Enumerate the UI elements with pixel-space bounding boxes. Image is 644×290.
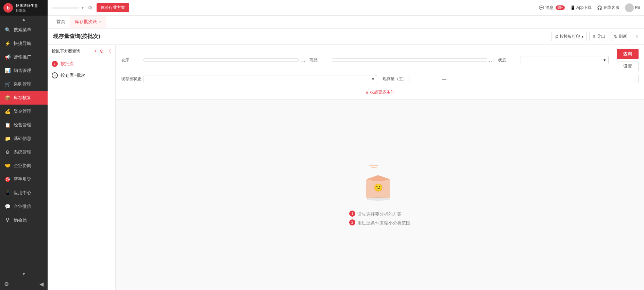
- header-actions: 🖨 按模板打印 ▾ ⬆ 导出 ↻ 刷新 ×: [551, 32, 639, 41]
- sidebar-item-sales[interactable]: 📊 销售管理: [0, 64, 48, 77]
- refresh-icon: ↻: [614, 34, 617, 39]
- query-button[interactable]: 查询: [617, 49, 639, 59]
- footer-collapse-icon[interactable]: ◀: [39, 281, 44, 287]
- stock-status-label: 现存量状态: [121, 76, 141, 82]
- sidebar-item-app-center[interactable]: 📱 应用中心: [0, 186, 48, 200]
- sidebar-footer: ⚙ ◀: [0, 278, 48, 290]
- breadcrumb-chevron-icon[interactable]: ▾: [82, 5, 84, 10]
- tip-row-2: 2 用过滤条件来缩小分析范围: [349, 219, 410, 228]
- status-label: 状态: [498, 57, 519, 63]
- stock-status-filter: 现存量状态 ▾: [121, 75, 377, 83]
- sidebar-scroll-up[interactable]: ▲: [0, 16, 48, 23]
- scheme-label: 按仓库+批次: [61, 72, 85, 78]
- sidebar-scroll-down[interactable]: ▼: [0, 270, 48, 278]
- scheme-item-batch[interactable]: ● 按批次: [48, 58, 115, 70]
- online-service-button[interactable]: 🎧 在线客服: [597, 5, 620, 11]
- stock-qty-filter: 现存量（主） —: [383, 75, 639, 83]
- tab-inventory-batch[interactable]: 库存批次账 ×: [70, 16, 106, 28]
- content-tabs: 首页 库存批次账 ×: [48, 16, 644, 29]
- sidebar-item-enterprise[interactable]: 🤝 企业协同: [0, 159, 48, 173]
- scheme-inactive-icon: ○: [52, 72, 58, 78]
- panel-header-actions: + ⊙ 《: [94, 48, 111, 54]
- stock-qty-max-input[interactable]: [449, 77, 476, 81]
- scheme-settings-icon[interactable]: ⊙: [100, 48, 104, 54]
- tab-close-icon[interactable]: ×: [99, 19, 101, 24]
- sidebar-item-marketing[interactable]: 📢 营销推广: [0, 50, 48, 64]
- sidebar-item-basic-info[interactable]: 📁 基础信息: [0, 132, 48, 145]
- product-input-box[interactable]: [332, 58, 487, 62]
- purchase-icon: 🛒: [4, 81, 11, 88]
- tab-home[interactable]: 首页: [52, 16, 70, 28]
- stock-status-select[interactable]: ▾: [143, 75, 377, 83]
- sidebar-item-label: 库存核算: [14, 95, 31, 101]
- product-filter: 商品 …: [309, 57, 494, 63]
- right-panel: 仓库 … 商品 … 状态: [116, 45, 644, 290]
- tip-text-1: 请先选择要分析的方案: [357, 210, 402, 219]
- warehouse-label: 仓库: [121, 57, 141, 63]
- scheme-active-icon: ●: [52, 61, 58, 67]
- app-center-icon: 📱: [4, 189, 11, 196]
- new-guide-icon: 🎯: [4, 176, 11, 183]
- sidebar-item-label: 企业微信: [14, 203, 31, 210]
- sidebar-item-finance[interactable]: 💰 资金管理: [0, 105, 48, 118]
- close-panel-button[interactable]: ×: [635, 34, 639, 40]
- app-download-button[interactable]: 📱 App下载: [570, 5, 592, 11]
- tip-num-2: 2: [349, 219, 355, 225]
- header-right: 💬 消息 99+ 📱 App下载 🎧 在线客服 Rit: [539, 3, 640, 12]
- empty-illustration: 😕: [359, 162, 400, 203]
- app-name-block: 畅康通好生意 标准版: [16, 3, 38, 12]
- footer-settings-icon[interactable]: ⚙: [4, 281, 9, 287]
- status-select[interactable]: ▾: [521, 56, 609, 64]
- sidebar-item-enterprise-wechat[interactable]: 💬 企业微信: [0, 200, 48, 213]
- sidebar-item-label: 经营管理: [14, 122, 31, 128]
- sidebar-item-member[interactable]: V 畅会员: [0, 213, 48, 227]
- add-scheme-icon[interactable]: +: [94, 48, 97, 54]
- header-settings-icon[interactable]: ⚙: [88, 4, 92, 11]
- phone-icon: 📱: [570, 5, 575, 10]
- sidebar-item-inventory[interactable]: 📦 库存核算: [0, 91, 48, 105]
- sidebar-nav: 🔍 搜索菜单 ⚡ 快捷导航 📢 营销推广 📊 销售管理 🛒 采购管理 📦 库存核…: [0, 23, 48, 270]
- sidebar-item-purchase[interactable]: 🛒 采购管理: [0, 77, 48, 91]
- panel-collapse-icon[interactable]: 《: [106, 48, 111, 54]
- basic-info-icon: 📁: [4, 135, 11, 142]
- message-button[interactable]: 💬 消息 99+: [539, 5, 565, 11]
- user-name-label: Rit: [635, 5, 640, 10]
- refresh-button[interactable]: ↻ 刷新: [611, 32, 630, 41]
- system-icon: ⚙: [4, 149, 11, 156]
- marketing-icon: 📢: [4, 54, 11, 60]
- sidebar-item-system[interactable]: ⚙ 系统管理: [0, 145, 48, 159]
- print-button[interactable]: 🖨 按模板打印 ▾: [551, 32, 587, 41]
- sidebar-item-operations[interactable]: 📋 经营管理: [0, 118, 48, 132]
- app-logo: b: [3, 3, 13, 13]
- svg-text:😕: 😕: [374, 183, 383, 192]
- print-chevron-icon: ▾: [581, 34, 583, 39]
- tip-text-2: 用过滤条件来缩小分析范围: [357, 219, 410, 228]
- member-icon: V: [4, 217, 11, 223]
- empty-svg: 😕: [359, 162, 400, 203]
- scheme-item-warehouse-batch[interactable]: ○ 按仓库+批次: [48, 70, 115, 81]
- headset-icon: 🎧: [597, 5, 602, 10]
- sidebar-item-label: 资金管理: [14, 108, 31, 114]
- inventory-icon: 📦: [4, 94, 11, 101]
- warehouse-input-box[interactable]: [143, 58, 299, 62]
- warehouse-more-icon[interactable]: …: [300, 57, 305, 63]
- content-body: 按以下方案查询 + ⊙ 《 ● 按批次 ○ 按仓库+批次: [48, 45, 644, 290]
- collapse-more-button[interactable]: ∧ 收起更多条件: [121, 87, 639, 95]
- filter-buttons: 查询 设置: [617, 49, 639, 71]
- sidebar-item-label: 快捷导航: [14, 40, 31, 47]
- stock-qty-min-input[interactable]: [412, 77, 439, 81]
- sidebar-item-search[interactable]: 🔍 搜索菜单: [0, 23, 48, 37]
- user-avatar-area[interactable]: Rit: [625, 3, 640, 12]
- product-more-icon[interactable]: …: [489, 57, 494, 63]
- trial-button[interactable]: 体验行业方案: [97, 3, 129, 12]
- tab-inventory-batch-label: 库存批次账: [75, 19, 97, 25]
- operations-icon: 📋: [4, 122, 11, 128]
- sidebar-item-quick-nav[interactable]: ⚡ 快捷导航: [0, 37, 48, 50]
- sidebar-header: b 畅康通好生意 标准版: [0, 0, 48, 16]
- message-label: 消息: [545, 5, 554, 11]
- sidebar-item-new-guide[interactable]: 🎯 新手引导: [0, 173, 48, 186]
- setup-button[interactable]: 设置: [617, 61, 639, 71]
- print-icon: 🖨: [554, 34, 558, 39]
- svg-point-4: [366, 197, 390, 201]
- export-button[interactable]: ⬆ 导出: [589, 32, 608, 41]
